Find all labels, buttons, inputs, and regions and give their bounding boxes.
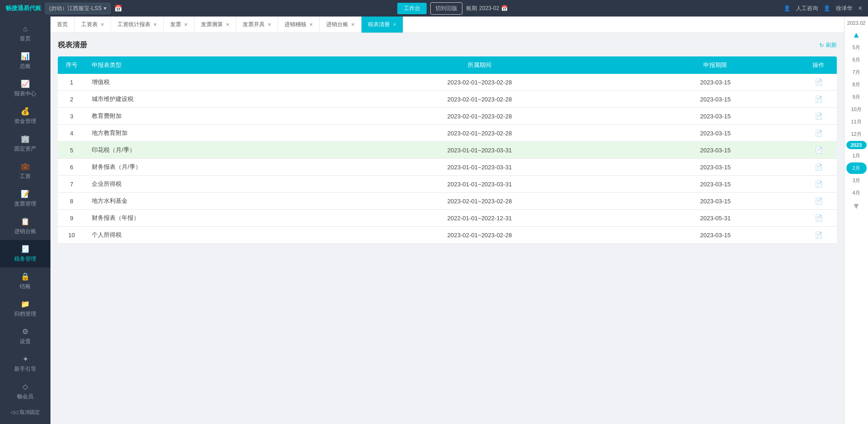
action-icon[interactable]: 📄 (815, 112, 823, 120)
cell-type: 增值税 (85, 74, 328, 91)
sidebar-item-settings[interactable]: ⚙ 设置 (0, 323, 50, 350)
cell-no: 3 (58, 108, 85, 125)
action-icon[interactable]: 📄 (815, 231, 823, 239)
col-header-deadline: 申报期限 (631, 56, 800, 74)
scroll-up-button[interactable]: ▲ (852, 30, 861, 40)
tab-invoice-open-close[interactable]: ✕ (267, 22, 271, 27)
cancel-fixed-icon: ◁◁ (11, 409, 18, 415)
tab-home-label: 首页 (57, 21, 68, 28)
scroll-down-button[interactable]: ▼ (852, 201, 861, 211)
cell-no: 7 (58, 176, 85, 193)
workspace-button[interactable]: 工作台 (397, 3, 427, 14)
old-mode-button[interactable]: 切到旧版 (430, 2, 462, 15)
tab-purchase-review[interactable]: 进销稽核 ✕ (278, 17, 320, 33)
action-icon[interactable]: 📄 (815, 163, 823, 171)
sidebar-item-reconcile[interactable]: 📋 进销台账 (0, 212, 50, 240)
refresh-icon: ↻ (819, 42, 824, 49)
timeline-year[interactable]: 2023 (846, 141, 867, 149)
action-icon[interactable]: 📄 (815, 95, 823, 103)
sidebar-label-reconcile: 进销台账 (14, 228, 36, 235)
page-title: 税表清册 (58, 40, 87, 50)
tab-invoice-close[interactable]: ✕ (184, 22, 188, 27)
tab-invoice-label: 发票 (170, 21, 181, 28)
tab-invoice-open[interactable]: 发票开具 ✕ (236, 17, 278, 33)
cell-action: 📄 (800, 142, 837, 159)
cell-action: 📄 (800, 193, 837, 210)
sidebar-item-salary[interactable]: 💼 工资 (0, 157, 50, 185)
cell-period: 2023-02-01~2023-02-28 (328, 74, 631, 91)
window-close-icon[interactable]: ✕ (858, 5, 862, 11)
timeline-month[interactable]: 6月 (846, 54, 867, 66)
action-icon[interactable]: 📄 (815, 180, 823, 188)
sidebar-item-tax[interactable]: 🧾 税务管理 (0, 240, 50, 268)
tab-purchase-ledger[interactable]: 进销台账 ✕ (320, 17, 362, 33)
app-logo: 畅捷通易代账 (6, 4, 41, 12)
cell-period: 2023-01-01~2023-03-31 (328, 142, 631, 159)
cell-type: 企业所得税 (85, 176, 328, 193)
action-icon[interactable]: 📄 (815, 78, 823, 86)
sidebar-item-archive[interactable]: 📁 归档管理 (0, 295, 50, 323)
company-selector[interactable]: (勿动）江西服宝-LSS ▾ (45, 3, 111, 14)
cell-type: 城市维护建设税 (85, 91, 328, 108)
timeline-month[interactable]: 5月 (846, 42, 867, 53)
page-header: 税表清册 ↻ 刷新 (58, 40, 837, 50)
sidebar-item-fund[interactable]: 💰 资金管理 (0, 102, 50, 130)
timeline-month[interactable]: 10月 (846, 104, 867, 115)
tab-salary-report-close[interactable]: ✕ (153, 22, 157, 27)
cell-no: 2 (58, 91, 85, 108)
tab-salary[interactable]: 工资表 ✕ (75, 17, 111, 33)
tab-invoice-open-label: 发票开具 (243, 21, 265, 28)
sidebar-item-invoice[interactable]: 📝 发票管理 (0, 185, 50, 212)
user-name: 徐泽华 (836, 5, 852, 12)
support-icon: 👤 (784, 5, 790, 11)
col-header-no: 序号 (58, 56, 85, 74)
reconcile-icon: 📋 (21, 217, 30, 226)
sidebar-label-salary: 工资 (20, 173, 31, 180)
timeline-month[interactable]: 12月 (846, 128, 867, 140)
tab-salary-report[interactable]: 工资统计报表 ✕ (111, 17, 164, 33)
tab-salary-close[interactable]: ✕ (100, 22, 104, 27)
timeline-month[interactable]: 3月 (846, 175, 867, 186)
sidebar-item-guide[interactable]: ✦ 新手引导 (0, 350, 50, 378)
tax-icon: 🧾 (21, 245, 30, 253)
sidebar-item-ledger[interactable]: 📊 总账 (0, 47, 50, 75)
action-icon[interactable]: 📄 (815, 197, 823, 205)
timeline-month[interactable]: 9月 (846, 91, 867, 103)
sidebar-item-closing[interactable]: 🔒 结账 (0, 268, 50, 295)
sidebar-item-report[interactable]: 📈 报表中心 (0, 75, 50, 102)
tab-invoice-calc-close[interactable]: ✕ (226, 22, 229, 27)
tab-tax-clear-label: 税表清册 (368, 21, 390, 28)
sidebar-item-vip[interactable]: ◇ 畅会员 (0, 378, 50, 405)
timeline-month-active[interactable]: 2月 (846, 162, 867, 174)
timeline-month[interactable]: 4月 (846, 187, 867, 199)
refresh-button[interactable]: ↻ 刷新 (819, 41, 837, 49)
action-icon[interactable]: 📄 (815, 214, 823, 222)
cell-action: 📄 (800, 227, 837, 244)
tab-purchase-ledger-close[interactable]: ✕ (351, 22, 355, 27)
invoice-icon: 📝 (21, 190, 30, 198)
tab-purchase-review-close[interactable]: ✕ (309, 22, 313, 27)
timeline-month[interactable]: 8月 (846, 79, 867, 90)
sidebar-item-assets[interactable]: 🏢 固定资产 (0, 130, 50, 157)
cell-deadline: 2023-03-15 (631, 108, 800, 125)
tab-salary-label: 工资表 (81, 21, 98, 28)
timeline-month[interactable]: 11月 (846, 116, 867, 128)
cell-period: 2023-02-01~2023-02-28 (328, 227, 631, 244)
support-button[interactable]: 人工咨询 (796, 5, 818, 12)
cell-type: 地方水利基金 (85, 193, 328, 210)
timeline-month[interactable]: 7月 (846, 67, 867, 78)
action-icon[interactable]: 📄 (815, 129, 823, 137)
sidebar-item-home[interactable]: ⌂ 首页 (0, 20, 50, 47)
cell-no: 1 (58, 74, 85, 91)
tab-tax-clear[interactable]: 税表清册 ✕ (362, 17, 403, 33)
timeline-month[interactable]: 1月 (846, 150, 867, 162)
content-area: 首页 工资表 ✕ 工资统计报表 ✕ 发票 ✕ 发票测算 ✕ (50, 17, 868, 424)
tab-home[interactable]: 首页 (50, 17, 75, 33)
cell-period: 2023-01-01~2023-03-31 (328, 159, 631, 176)
tab-invoice-calc[interactable]: 发票测算 ✕ (195, 17, 236, 33)
top-bar-center: 工作台 切到旧版 账期 2023-02 📅 (397, 2, 508, 15)
cancel-fixed-button[interactable]: ◁◁ 取消固定 (11, 405, 40, 419)
tab-invoice[interactable]: 发票 ✕ (164, 17, 195, 33)
tab-tax-clear-close[interactable]: ✕ (393, 22, 396, 27)
action-icon[interactable]: 📄 (815, 146, 823, 154)
